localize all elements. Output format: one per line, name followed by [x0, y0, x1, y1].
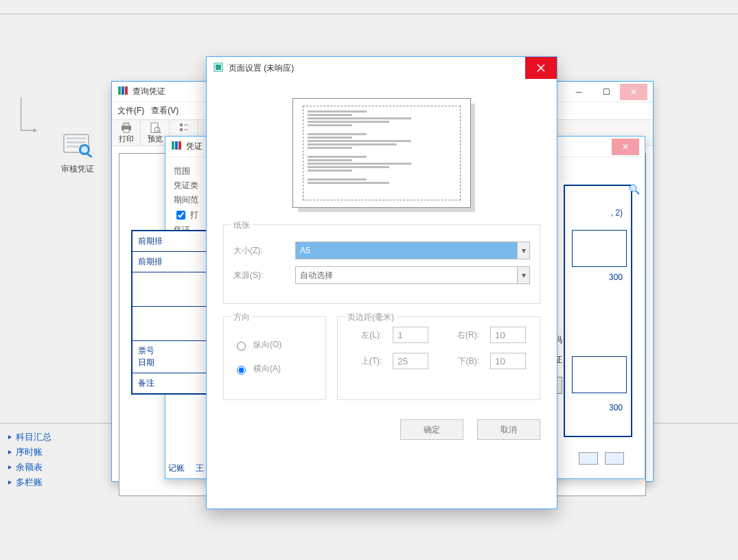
close-button[interactable]: ✕: [620, 84, 647, 100]
svg-rect-11: [124, 123, 129, 126]
app-icon: [117, 85, 128, 98]
nav-marker-icon: [8, 435, 12, 439]
minimize-button[interactable]: ─: [565, 84, 592, 100]
more-icon: [170, 121, 198, 134]
svg-point-5: [81, 146, 88, 153]
right-slot: [572, 356, 627, 393]
chevron-down-icon: ▾: [517, 242, 529, 259]
margin-top-input[interactable]: [393, 353, 428, 369]
nav-marker-icon: [8, 480, 12, 485]
right-value: 300: [609, 403, 623, 412]
toolbar-print[interactable]: 打印: [112, 120, 141, 145]
orientation-landscape-label: 横向(A): [253, 363, 281, 375]
dialog-page-setup: 页面设置 (未响应): [206, 56, 557, 509]
margin-bottom-label: 下(B):: [443, 355, 479, 367]
paper-size-label: 大小(Z):: [233, 245, 295, 257]
orientation-landscape-radio[interactable]: [237, 366, 246, 375]
page-preview: [292, 98, 471, 208]
nav-item-label: 余额表: [16, 461, 43, 474]
group-margins: 页边距(毫米) 左(L): 右(R): 上(T): 下(B):: [337, 316, 540, 400]
svg-rect-1: [67, 137, 86, 139]
nav-item-subject-summary[interactable]: 科目汇总: [3, 430, 113, 445]
margin-bottom-input[interactable]: [490, 353, 526, 369]
post-label: 记账: [168, 463, 185, 474]
dialog-title: 页面设置 (未响应): [229, 62, 294, 74]
orientation-portrait-radio[interactable]: [237, 342, 246, 351]
menu-file[interactable]: 文件(F): [117, 105, 144, 117]
svg-rect-17: [180, 128, 183, 131]
group-margins-legend: 页边距(毫米): [345, 312, 397, 323]
nav-item-label: 序时账: [16, 446, 43, 458]
svg-line-15: [159, 132, 161, 133]
dialog-close-button[interactable]: [525, 57, 557, 79]
mini-icon[interactable]: [579, 452, 598, 465]
paper-source-value: 自动选择: [300, 270, 333, 281]
paper-source-label: 来源(S):: [233, 270, 295, 281]
svg-rect-12: [124, 129, 129, 132]
orientation-portrait[interactable]: 纵向(O): [233, 339, 316, 351]
nav-item-time-journal[interactable]: 序时账: [3, 445, 113, 460]
ok-button[interactable]: 确定: [400, 419, 463, 440]
voucher-bottom-row: 记账 王: [168, 463, 204, 474]
print-icon: [112, 121, 140, 134]
post-value: 王: [196, 463, 204, 474]
nav-marker-icon: [8, 465, 12, 469]
magnifier-icon[interactable]: [628, 183, 641, 196]
margin-left-label: 左(L):: [347, 329, 382, 341]
preview-icon: [141, 121, 169, 134]
app-icon: [171, 140, 182, 153]
top-divider: [0, 14, 738, 14]
svg-rect-3: [67, 145, 79, 148]
svg-rect-9: [125, 86, 128, 95]
orientation-portrait-label: 纵向(O): [253, 339, 281, 351]
cancel-button[interactable]: 取消: [477, 419, 540, 440]
nav-item-multi-column[interactable]: 多栏账: [3, 475, 113, 490]
nav-item-label: 科目汇总: [16, 431, 51, 443]
svg-rect-24: [216, 65, 221, 70]
voucher-right-box: , 2) 300 300: [564, 185, 632, 437]
orientation-landscape[interactable]: 横向(A): [233, 363, 316, 375]
margin-top-label: 上(T):: [347, 355, 382, 367]
group-paper: 纸张 大小(Z): A5 ▾ 来源(S): 自动选择 ▾: [223, 224, 540, 304]
svg-point-21: [630, 185, 636, 191]
nav-item-balance-sheet[interactable]: 余额表: [3, 460, 113, 475]
window-title: 凭证: [186, 141, 203, 152]
svg-rect-7: [118, 86, 121, 95]
paper-size-value: A5: [300, 246, 310, 255]
maximize-button[interactable]: [584, 139, 612, 155]
right-value: 300: [609, 272, 623, 282]
dialog-actions: 确定 取消: [223, 412, 540, 440]
paper-source-select[interactable]: 自动选择 ▾: [295, 266, 530, 284]
chevron-down-icon: ▾: [517, 267, 529, 283]
minimize-button[interactable]: [557, 139, 584, 155]
toolbar-print-label: 打印: [112, 134, 140, 144]
svg-rect-8: [122, 86, 124, 95]
dialog-titlebar[interactable]: 页面设置 (未响应): [207, 57, 557, 79]
maximize-button[interactable]: ☐: [592, 84, 620, 100]
group-orientation: 方向 纵向(O) 横向(A): [223, 316, 326, 400]
right-num-format: , 2): [611, 208, 623, 218]
close-button[interactable]: ✕: [612, 139, 639, 155]
window-title: 查询凭证: [132, 86, 165, 97]
paper-size-select[interactable]: A5 ▾: [295, 242, 530, 259]
mini-icon[interactable]: [605, 452, 624, 465]
margin-left-input[interactable]: [393, 327, 428, 343]
menu-view[interactable]: 查看(V): [151, 105, 178, 117]
right-slot: [572, 230, 627, 267]
workflow-node-audit[interactable]: 审核凭证: [54, 130, 102, 175]
svg-rect-19: [175, 141, 178, 150]
print-checkbox[interactable]: [176, 211, 185, 220]
print-checkbox-label: 打: [190, 209, 198, 221]
audit-voucher-icon: [61, 130, 94, 158]
workflow-arrow: [0, 97, 51, 152]
close-icon: [536, 63, 546, 73]
svg-rect-20: [178, 141, 181, 150]
workflow-node-label: 审核凭证: [54, 163, 102, 175]
nav-item-label: 多栏账: [16, 476, 43, 489]
voucher-bottom-icons: [579, 452, 624, 465]
svg-line-22: [636, 191, 639, 194]
svg-rect-16: [180, 124, 183, 126]
margin-right-label: 右(R):: [443, 329, 479, 341]
svg-rect-6: [87, 153, 92, 158]
margin-right-input[interactable]: [490, 327, 526, 343]
